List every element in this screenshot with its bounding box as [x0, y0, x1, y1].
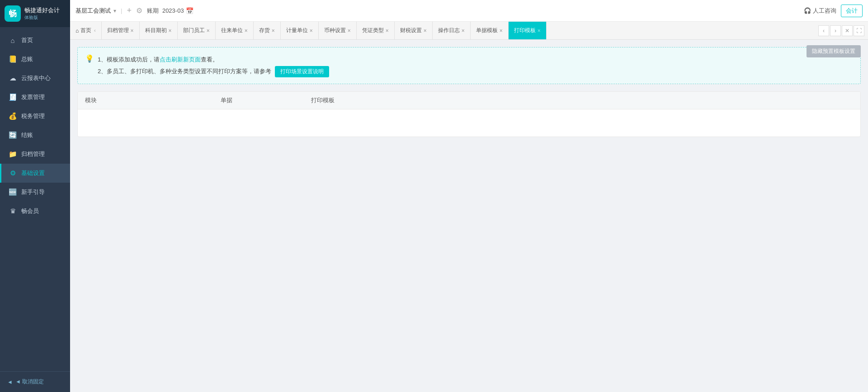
tab-label: 财税设置 — [400, 27, 422, 34]
tab-label: 部门员工 — [183, 27, 205, 34]
logo-text: 畅捷通好会计 体验版 — [24, 7, 60, 20]
tab-label: 单据模板 — [476, 27, 498, 34]
tab-navigation: ‹ › ✕ ⛶ — [818, 25, 868, 36]
tab-label: 计量单位 — [286, 27, 308, 34]
table-header: 模块 单据 打印模板 — [78, 92, 860, 109]
topbar: 基层工会测试 ▾ | + ⚙ 账期 2023-03 📅 🎧 人工咨询 会计 — [70, 0, 868, 22]
nav-label: 畅会员 — [21, 207, 39, 215]
nav-label: 新手引导 — [21, 188, 45, 196]
period-label: 账期 — [147, 7, 159, 15]
sidebar-item-archive[interactable]: 📁归档管理 — [0, 145, 70, 164]
ledger-icon: 📒 — [9, 55, 17, 63]
nav-label: 发票管理 — [21, 93, 45, 101]
nav-label: 归档管理 — [21, 150, 45, 158]
info-box-header: 💡 1、模板添加成功后，请点击刷新新页面查看。 2、多员工、多打印机、多种业务类… — [85, 54, 853, 77]
nav-label: 税务管理 — [21, 112, 45, 120]
service-button[interactable]: 🎧 人工咨询 — [804, 7, 836, 15]
sidebar: 畅 畅捷通好会计 体验版 ⌂首页📒总账☁云报表中心🧾发票管理💰税务管理🔄结账📁归… — [0, 0, 70, 392]
sidebar-item-ledger[interactable]: 📒总账 — [0, 50, 70, 69]
tab-measure-unit[interactable]: 计量单位 × — [281, 22, 319, 39]
tab-single-template[interactable]: 单据模板 × — [471, 22, 509, 39]
add-company-icon[interactable]: + — [127, 6, 132, 15]
tab-expand-button[interactable]: ⛶ — [854, 25, 864, 36]
calendar-icon[interactable]: 📅 — [186, 7, 193, 14]
home-icon: ⌂ — [75, 28, 79, 34]
nav-label: 云报表中心 — [21, 74, 51, 82]
nav-label: 首页 — [21, 36, 33, 44]
tab-close-icon[interactable]: × — [424, 28, 427, 34]
tab-print-template[interactable]: 打印模板 × — [509, 22, 547, 39]
tab-close-icon[interactable]: × — [386, 28, 389, 34]
tab-dept-staff[interactable]: 部门员工 × — [178, 22, 216, 39]
sidebar-item-guide[interactable]: 🆕新手引导 — [0, 183, 70, 202]
tab-counterpart[interactable]: 往来单位 × — [216, 22, 254, 39]
settings-icon[interactable]: ⚙ — [136, 6, 142, 15]
sidebar-unpin[interactable]: ◄ ◄ 取消固定 — [0, 371, 70, 392]
hide-template-button[interactable]: 隐藏预置模板设置 — [807, 45, 861, 57]
sidebar-item-tax[interactable]: 💰税务管理 — [0, 107, 70, 126]
invoice-icon: 🧾 — [9, 93, 17, 101]
sidebar-item-invoice[interactable]: 🧾发票管理 — [0, 88, 70, 107]
unpin-label: ◄ 取消固定 — [15, 378, 44, 386]
tab-next-button[interactable]: › — [830, 25, 841, 36]
sidebar-item-member[interactable]: ♛畅会员 — [0, 202, 70, 221]
table-body — [78, 109, 860, 137]
info-line1-suffix: 查看。 — [201, 56, 218, 63]
cloud-report-icon: ☁ — [9, 74, 17, 82]
tab-inventory[interactable]: 存货 × — [254, 22, 281, 39]
content-area: 隐藏预置模板设置 💡 1、模板添加成功后，请点击刷新新页面查看。 2、多员工、多… — [70, 40, 868, 392]
logo-version: 体验版 — [24, 14, 60, 20]
tab-close-all-button[interactable]: ✕ — [842, 25, 853, 36]
tab-subject-init[interactable]: 科目期初 × — [140, 22, 178, 39]
logo-icon: 畅 — [5, 5, 21, 22]
topbar-separator: | — [121, 7, 122, 14]
tab-close-icon[interactable]: × — [131, 28, 134, 34]
tab-close-icon[interactable]: × — [500, 28, 503, 34]
chevron-down-icon[interactable]: ▾ — [113, 8, 116, 14]
info-line1: 1、模板添加成功后，请点击刷新新页面查看。 — [98, 54, 329, 66]
tab-operation-log[interactable]: 操作日志 × — [433, 22, 471, 39]
sidebar-item-basic-settings[interactable]: ⚙基础设置 — [0, 164, 70, 183]
tab-close-icon[interactable]: × — [348, 28, 351, 34]
tab-close-icon[interactable]: × — [310, 28, 313, 34]
sidebar-item-settlement[interactable]: 🔄结账 — [0, 126, 70, 145]
basic-settings-icon: ⚙ — [9, 169, 17, 177]
col-module-header: 模块 — [78, 92, 213, 109]
tab-close-icon[interactable]: × — [245, 28, 248, 34]
tab-close-icon[interactable]: × — [169, 28, 172, 34]
topbar-company[interactable]: 基层工会测试 ▾ — [75, 7, 116, 15]
headphone-icon: 🎧 — [804, 7, 811, 14]
account-button[interactable]: 会计 — [841, 5, 863, 17]
guide-icon: 🆕 — [9, 188, 17, 196]
tab-archive-mgmt[interactable]: 归档管理 × — [102, 22, 140, 39]
tab-close-icon[interactable]: × — [272, 28, 275, 34]
info-line1-link[interactable]: 点击刷新新页面 — [160, 56, 201, 63]
tab-label: 存货 — [259, 27, 270, 34]
col-print-header: 打印模板 — [304, 92, 860, 109]
tab-label: 往来单位 — [221, 27, 243, 34]
sidebar-item-cloud-report[interactable]: ☁云报表中心 — [0, 69, 70, 88]
tab-home-chevron-icon[interactable]: ‹ — [94, 28, 95, 33]
tabbar: ⌂首页‹归档管理 ×科目期初 ×部门员工 ×往来单位 ×存货 ×计量单位 ×币种… — [70, 22, 868, 40]
topbar-period: 账期 2023-03 📅 — [147, 7, 193, 15]
topbar-right: 🎧 人工咨询 会计 — [804, 5, 863, 17]
info-box: 💡 1、模板添加成功后，请点击刷新新页面查看。 2、多员工、多打印机、多种业务类… — [77, 47, 861, 84]
print-template-table: 模块 单据 打印模板 — [77, 91, 861, 137]
tab-close-icon[interactable]: × — [207, 28, 210, 34]
tab-currency[interactable]: 币种设置 × — [319, 22, 357, 39]
company-name: 基层工会测试 — [75, 7, 111, 15]
tab-label: 科目期初 — [145, 27, 167, 34]
main-area: 基层工会测试 ▾ | + ⚙ 账期 2023-03 📅 🎧 人工咨询 会计 ⌂首… — [70, 0, 868, 392]
home-icon: ⌂ — [9, 37, 17, 44]
tab-voucher-type[interactable]: 凭证类型 × — [357, 22, 395, 39]
tab-label: 归档管理 — [107, 27, 129, 34]
sidebar-item-home[interactable]: ⌂首页 — [0, 31, 70, 50]
tab-home[interactable]: ⌂首页‹ — [70, 22, 102, 39]
info-text: 1、模板添加成功后，请点击刷新新页面查看。 2、多员工、多打印机、多种业务类型设… — [98, 54, 329, 77]
tab-close-icon[interactable]: × — [538, 28, 541, 34]
tax-icon: 💰 — [9, 112, 17, 120]
tab-close-icon[interactable]: × — [462, 28, 465, 34]
tab-tax-settings[interactable]: 财税设置 × — [395, 22, 433, 39]
tab-prev-button[interactable]: ‹ — [818, 25, 829, 36]
print-scene-button[interactable]: 打印场景设置说明 — [275, 66, 329, 77]
